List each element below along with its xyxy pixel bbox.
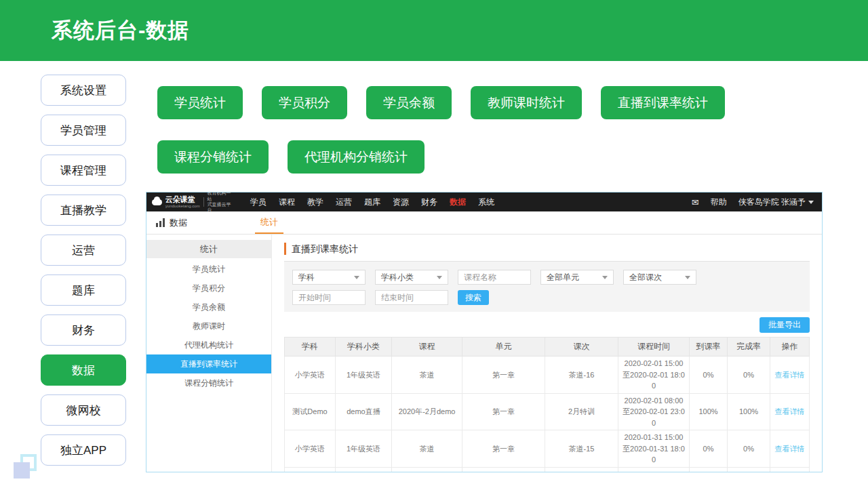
batch-export-button[interactable]: 批量导出 xyxy=(760,317,810,333)
start-time-input[interactable] xyxy=(292,290,366,305)
mail-icon[interactable]: ✉ xyxy=(692,197,699,207)
sidebar-item[interactable]: 课程管理 xyxy=(41,155,126,186)
sidebar-item[interactable]: 微网校 xyxy=(41,394,126,426)
quick-stat-button[interactable]: 教师课时统计 xyxy=(471,86,582,119)
sidebar-item[interactable]: 系统设置 xyxy=(41,75,126,106)
sidebar-item[interactable]: 数据 xyxy=(41,354,126,386)
admin-topnav: 云朵课堂 yunduoketang.com 教育机构一站 式直播云平台 学员 课… xyxy=(146,192,822,211)
sidebar-item[interactable]: 独立APP xyxy=(41,434,126,466)
cell-time: 2020-01-31 09:00至2020-01-31 18:00 xyxy=(618,467,689,472)
panel-sidenav-item[interactable]: 代理机构统计 xyxy=(146,336,271,354)
cell-course: 2020年-2月demo xyxy=(391,393,462,430)
cell-attendance: 0% xyxy=(689,467,728,472)
chevron-down-icon xyxy=(354,276,359,279)
column-header: 课程 xyxy=(391,338,462,357)
chart-icon xyxy=(156,218,165,227)
panel-sidenav-item[interactable]: 学员余额 xyxy=(146,298,271,317)
view-details-link[interactable]: 查看详情 xyxy=(774,407,804,415)
cell-unit: 第一章 xyxy=(462,467,545,472)
cell-subject: 小学英语 xyxy=(285,357,336,394)
panel-sidenav-item[interactable]: 教师课时 xyxy=(146,317,271,336)
topnav-item[interactable]: 教学 xyxy=(301,197,330,208)
panel-sidenav-item[interactable]: 课程分销统计 xyxy=(146,373,271,392)
view-details-link[interactable]: 查看详情 xyxy=(774,371,804,379)
cell-subcategory: 1年级英语 xyxy=(336,467,392,472)
logo-domain: yunduoketang.com xyxy=(165,204,200,208)
column-header: 到课率 xyxy=(689,338,728,357)
help-link[interactable]: 帮助 xyxy=(711,197,727,208)
cell-course: 茶道 xyxy=(391,357,462,394)
panel-sidenav-item[interactable]: 学员积分 xyxy=(146,279,271,298)
quick-stat-button[interactable]: 代理机构分销统计 xyxy=(288,140,425,174)
quick-stat-button[interactable]: 学员积分 xyxy=(262,86,347,119)
subject-select[interactable]: 学科 xyxy=(292,270,366,285)
cell-course: 寒假辅导 xyxy=(391,467,462,472)
cell-action: 查看详情 xyxy=(770,393,809,430)
subcategory-select[interactable]: 学科小类 xyxy=(375,270,448,285)
topnav-item[interactable]: 课程 xyxy=(273,197,301,208)
cell-subject: 小学英语 xyxy=(285,430,336,468)
topnav-item[interactable]: 数据 xyxy=(443,197,472,208)
topnav-item[interactable]: 题库 xyxy=(358,197,387,208)
chevron-down-icon xyxy=(602,276,608,279)
sidebar-item[interactable]: 运营 xyxy=(41,235,126,266)
sidebar-item[interactable]: 题库 xyxy=(41,274,126,306)
sidebar-item[interactable]: 直播教学 xyxy=(41,195,126,226)
course-name-input[interactable] xyxy=(458,270,531,285)
account-name: 侠客岛学院 张涵予 xyxy=(738,197,806,208)
panel-sidenav-item[interactable]: 学员统计 xyxy=(146,260,271,279)
chevron-down-icon xyxy=(685,276,690,279)
cell-attendance: 0% xyxy=(689,430,728,468)
cell-completion: 0% xyxy=(728,467,770,472)
cell-unit: 第一章 xyxy=(462,393,545,430)
cell-course: 茶道 xyxy=(391,430,462,468)
logo-name: 云朵课堂 xyxy=(165,196,200,203)
sidebar-item[interactable]: 学员管理 xyxy=(41,115,126,146)
end-time-input[interactable] xyxy=(375,290,448,305)
filters-area: 学科 学科小类 全部单元 全部课次 xyxy=(284,262,810,312)
quick-stat-button[interactable]: 课程分销统计 xyxy=(157,140,269,174)
cell-completion: 100% xyxy=(728,393,770,430)
cell-subject: 小学英语 xyxy=(285,467,336,472)
lesson-select[interactable]: 全部课次 xyxy=(623,270,696,285)
cell-lesson: 2月特训 xyxy=(545,393,618,430)
topnav-item[interactable]: 系统 xyxy=(472,197,500,208)
topnav-item[interactable]: 学员 xyxy=(244,197,273,208)
chevron-down-icon xyxy=(808,201,814,204)
cell-unit: 第一章 xyxy=(462,357,545,394)
table-row: 小学英语 1年级英语 寒假辅导 第一章 寒假辅导-5 2020-01-31 09… xyxy=(285,467,810,472)
cell-action: 查看详情 xyxy=(770,467,809,472)
sidenav-header: 统计 xyxy=(146,240,271,258)
cell-subcategory: 1年级英语 xyxy=(336,357,392,394)
logo-divider xyxy=(203,197,204,207)
topnav-item[interactable]: 财务 xyxy=(415,197,443,208)
topnav-item[interactable]: 运营 xyxy=(330,197,358,208)
table-header-row: 学科 学科小类 课程 单元 课次 课程时间 到课率 xyxy=(285,338,810,357)
cell-attendance: 100% xyxy=(689,393,728,430)
quick-stat-button[interactable]: 学员统计 xyxy=(157,86,243,119)
panel-sidenav-item[interactable]: 直播到课率统计 xyxy=(146,354,271,373)
quick-stat-button[interactable]: 直播到课率统计 xyxy=(601,86,725,119)
cell-action: 查看详情 xyxy=(770,430,809,468)
table-row: 小学英语 1年级英语 茶道 第一章 茶道-15 2020-01-31 15:00… xyxy=(285,430,810,468)
tab-statistics[interactable]: 统计 xyxy=(255,211,283,234)
topnav-right: ✉ 帮助 侠客岛学院 张涵予 xyxy=(692,197,816,208)
cell-lesson: 茶道-16 xyxy=(545,357,618,394)
sidebar-item[interactable]: 财务 xyxy=(41,314,126,346)
quick-stat-button[interactable]: 学员余额 xyxy=(366,86,452,119)
search-button[interactable]: 搜索 xyxy=(458,290,489,305)
page-title: 系统后台-数据 xyxy=(52,16,189,45)
column-header: 学科小类 xyxy=(336,338,392,357)
column-header: 完成率 xyxy=(728,338,770,357)
cell-subcategory: demo直播 xyxy=(336,393,392,430)
topnav-item[interactable]: 资源 xyxy=(387,197,415,208)
column-header: 课程时间 xyxy=(618,338,689,357)
table-row: 测试Demo demo直播 2020年-2月demo 第一章 2月特训 2020… xyxy=(285,393,810,430)
admin-screenshot: 云朵课堂 yunduoketang.com 教育机构一站 式直播云平台 学员 课… xyxy=(146,192,823,472)
unit-select[interactable]: 全部单元 xyxy=(540,270,614,285)
column-header: 课次 xyxy=(545,338,618,357)
view-details-link[interactable]: 查看详情 xyxy=(774,445,804,453)
cell-lesson: 茶道-15 xyxy=(545,430,618,468)
account-menu[interactable]: 侠客岛学院 张涵予 xyxy=(738,197,814,208)
logo: 云朵课堂 yunduoketang.com 教育机构一站 式直播云平台 xyxy=(152,192,232,214)
